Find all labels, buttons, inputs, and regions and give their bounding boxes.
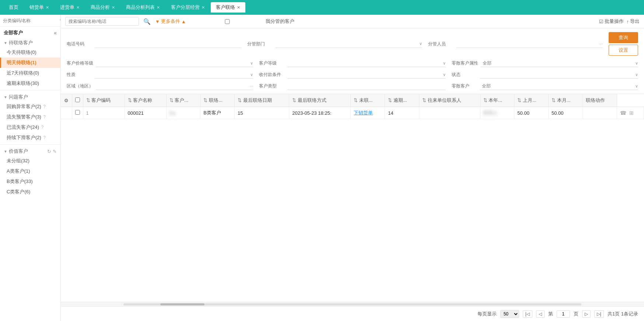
sidebar-item-c-class[interactable]: C类客户(6): [0, 187, 60, 197]
row-checkbox[interactable]: [75, 110, 80, 115]
col-lm-sort-icon[interactable]: ⇅: [517, 97, 521, 103]
nav-customer-contact[interactable]: 客户联络 ✕: [211, 2, 245, 13]
filter-region-input[interactable]: [95, 82, 250, 90]
filter-payment-wrapper: ∨: [287, 71, 445, 79]
scrollbar-track[interactable]: [123, 303, 581, 306]
filter-customer-type-input[interactable]: [287, 82, 445, 90]
filter-price-level-chevron[interactable]: ∨: [250, 61, 253, 66]
filter-person-input[interactable]: [456, 40, 599, 48]
filter-payment-chevron[interactable]: ∨: [443, 72, 446, 77]
sidebar-item-a-class[interactable]: A类客户(1): [0, 166, 60, 176]
filter-retail-attr-chevron[interactable]: ∨: [635, 61, 638, 66]
col-sort-icon[interactable]: ⇅: [86, 97, 90, 103]
set-button[interactable]: 设置: [609, 45, 638, 56]
row-action-more-icon[interactable]: ⊞: [629, 110, 634, 116]
col-contact-sort-icon[interactable]: ⇅: [203, 97, 207, 103]
nav-product-analysis-list[interactable]: 商品分析列表 ✕: [121, 2, 165, 13]
table-footer: 每页显示 50 10 20 100 |◁ ◁ 第 页 ▷ ▷| 共1页 1条记录: [61, 306, 644, 321]
sidebar-item-repurchase[interactable]: 回购异常客户(2) ?: [0, 101, 60, 112]
sidebar-item-lost[interactable]: 已流失客户(24) ?: [0, 122, 60, 132]
scrollbar-thumb[interactable]: [160, 303, 204, 306]
col-uc-sort-icon[interactable]: ⇅: [422, 97, 426, 103]
filter-payment-input[interactable]: [287, 71, 442, 78]
sidebar-item-loss-warning[interactable]: 流失预警客户(3) ?: [0, 112, 60, 122]
filter-status-wrapper: ∨: [480, 71, 638, 79]
col-ty-sort-icon[interactable]: ⇅: [483, 97, 487, 103]
value-group-refresh-icon[interactable]: ↻: [47, 149, 51, 154]
nav-customer-tier[interactable]: 客户分层经营 ✕: [166, 2, 210, 13]
nav-purchase-order-close[interactable]: ✕: [76, 5, 80, 10]
row-checkbox-cell[interactable]: [72, 107, 83, 119]
page-prev-button[interactable]: ◁: [536, 310, 545, 318]
filter-customer-level-input[interactable]: [287, 59, 442, 67]
filter-dept-chevron[interactable]: ∨: [419, 41, 422, 46]
filter-phone-input[interactable]: [95, 40, 241, 48]
col-tm-sort-icon[interactable]: ⇅: [552, 97, 556, 103]
page-last-button[interactable]: ▷|: [594, 310, 604, 318]
search-input[interactable]: [65, 17, 139, 26]
page-next-button[interactable]: ▷: [582, 310, 591, 318]
filter-nature-chevron[interactable]: ∨: [250, 72, 253, 77]
nav-product-analysis-list-close[interactable]: ✕: [157, 5, 160, 10]
nav-sales-order[interactable]: 销货单 ✕: [24, 2, 54, 13]
col-checkbox[interactable]: [72, 94, 83, 107]
batch-op-button[interactable]: ☑ 批量操作: [599, 18, 624, 25]
filter-retail-customer-input[interactable]: [480, 82, 635, 90]
col-od-sort-icon[interactable]: ⇅: [388, 97, 392, 103]
nav-purchase-order[interactable]: 进货单 ✕: [55, 2, 85, 13]
top-nav: 首页 销货单 ✕ 进货单 ✕ 商品分析 ✕ 商品分析列表 ✕ 客户分层经营 ✕ …: [0, 0, 644, 15]
my-customers-checkbox-label[interactable]: 我分管的客户: [190, 18, 294, 25]
page-first-button[interactable]: |◁: [523, 310, 532, 318]
value-group-edit-icon[interactable]: ✎: [53, 149, 57, 154]
sidebar-collapse-btn[interactable]: «: [54, 30, 57, 36]
filter-search-button[interactable]: 🔍: [143, 18, 151, 25]
sidebar-item-overdue[interactable]: 逾期未联络(30): [0, 78, 60, 89]
filter-person-dots[interactable]: ···: [599, 42, 603, 46]
page-input[interactable]: [557, 310, 570, 318]
filter-dept-input[interactable]: [275, 40, 419, 48]
page-suffix: 页: [574, 311, 578, 317]
sidebar-item-ungrouped[interactable]: 未分组(32): [0, 156, 60, 166]
col-date-sort-icon[interactable]: ⇅: [238, 97, 242, 103]
sidebar-item-tomorrow[interactable]: 明天待联络(1): [0, 58, 60, 68]
horizontal-scrollbar[interactable]: [61, 302, 644, 306]
select-all-checkbox[interactable]: [75, 97, 80, 102]
nav-sales-order-close[interactable]: ✕: [46, 5, 49, 10]
more-conditions-button[interactable]: ▼ 更多条件 ▲: [155, 18, 186, 25]
nav-home[interactable]: 首页: [4, 2, 24, 13]
my-customers-checkbox[interactable]: [190, 19, 264, 24]
page-size-select[interactable]: 50 10 20 100: [500, 310, 519, 318]
nav-product-analysis-close[interactable]: ✕: [112, 5, 115, 10]
filter-retail-customer-chevron[interactable]: ∨: [635, 84, 638, 89]
sidebar-item-today[interactable]: 今天待联络(0): [0, 47, 60, 58]
filter-customer-level-chevron[interactable]: ∨: [443, 61, 446, 66]
nav-customer-contact-close[interactable]: ✕: [237, 5, 240, 10]
filter-region: 区域（地区） ···: [67, 82, 253, 90]
row-type-cell: B类客户: [200, 107, 235, 119]
query-button[interactable]: 查询: [609, 32, 638, 43]
nav-customer-tier-close[interactable]: ✕: [202, 5, 205, 10]
filter-price-level-input[interactable]: [95, 59, 250, 67]
col-type-sort-icon[interactable]: ⇅: [169, 97, 174, 103]
filter-status: 状态 ∨: [452, 71, 638, 79]
sidebar-item-b-class[interactable]: B类客户(33): [0, 176, 60, 187]
sidebar-item-week[interactable]: 近7天待联络(0): [0, 68, 60, 78]
filter-region-dots[interactable]: ···: [250, 84, 253, 88]
filter-customer-type: 客户类型: [259, 82, 445, 90]
sidebar-item-declining[interactable]: 持续下滑客户(2) ?: [0, 132, 60, 143]
filter-status-chevron[interactable]: ∨: [635, 72, 638, 77]
export-button[interactable]: ↑ 导出: [627, 18, 640, 25]
row-action-phone-icon[interactable]: ☎: [620, 110, 626, 116]
sidebar-search-input[interactable]: [3, 18, 58, 23]
filter-status-input[interactable]: [480, 71, 635, 78]
filter-nature-wrapper: ∨: [95, 71, 253, 79]
col-settings[interactable]: ⚙: [61, 94, 72, 107]
col-method-sort-icon[interactable]: ⇅: [292, 97, 296, 103]
nav-product-analysis[interactable]: 商品分析 ✕: [85, 2, 120, 13]
col-name-sort-icon[interactable]: ⇅: [128, 97, 132, 103]
filter-retail-attr-input[interactable]: [480, 59, 635, 67]
col-nc-sort-icon[interactable]: ⇅: [354, 97, 358, 103]
filter-customer-level-wrapper: ∨: [287, 59, 445, 67]
filter-nature-input[interactable]: [95, 71, 250, 78]
row-method-link[interactable]: 下销货单: [354, 110, 373, 115]
